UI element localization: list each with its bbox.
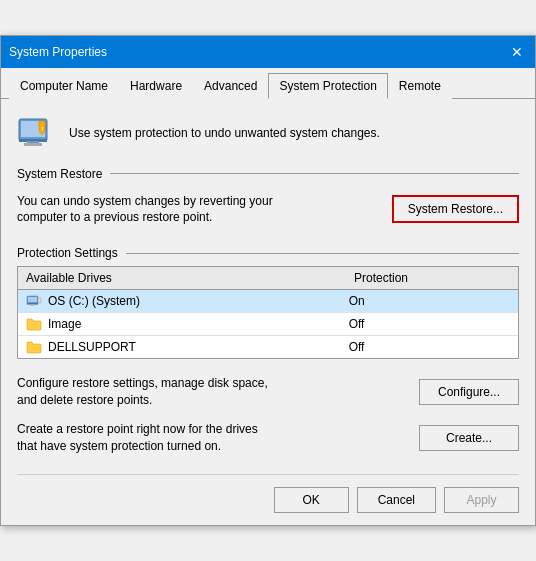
table-row[interactable]: OS (C:) (System) On — [18, 290, 518, 313]
header-section: ! Use system protection to undo unwanted… — [17, 113, 519, 153]
footer-buttons: OK Cancel Apply — [17, 474, 519, 513]
system-restore-description: You can undo system changes by reverting… — [17, 193, 277, 227]
create-button[interactable]: Create... — [419, 425, 519, 451]
table-row[interactable]: DELLSUPPORT Off — [18, 336, 518, 358]
os-drive-icon — [26, 293, 42, 309]
drive-name-os: OS (C:) (System) — [48, 294, 140, 308]
table-row[interactable]: Image Off — [18, 313, 518, 336]
ok-button[interactable]: OK — [274, 487, 349, 513]
protection-status-os: On — [349, 294, 510, 308]
col-header-drives: Available Drives — [18, 267, 346, 289]
tab-advanced[interactable]: Advanced — [193, 73, 268, 99]
protection-status-dellsupport: Off — [349, 340, 510, 354]
system-restore-section: System Restore You can undo system chang… — [17, 167, 519, 233]
window-title: System Properties — [9, 45, 107, 59]
system-restore-label: System Restore — [17, 167, 519, 181]
drive-name-image: Image — [48, 317, 81, 331]
drive-cell-image: Image — [26, 316, 349, 332]
drive-cell-os: OS (C:) (System) — [26, 293, 349, 309]
configure-button[interactable]: Configure... — [419, 379, 519, 405]
apply-button[interactable]: Apply — [444, 487, 519, 513]
svg-rect-9 — [30, 304, 35, 306]
tab-hardware[interactable]: Hardware — [119, 73, 193, 99]
protection-settings-section: Protection Settings Available Drives Pro… — [17, 246, 519, 460]
svg-rect-4 — [24, 143, 42, 146]
col-header-protection: Protection — [346, 267, 518, 289]
drive-cell-dellsupport: DELLSUPPORT — [26, 339, 349, 355]
tab-computer-name[interactable]: Computer Name — [9, 73, 119, 99]
header-text: Use system protection to undo unwanted s… — [69, 126, 380, 140]
protection-status-image: Off — [349, 317, 510, 331]
system-restore-button[interactable]: System Restore... — [392, 195, 519, 223]
svg-rect-10 — [38, 298, 41, 303]
svg-rect-7 — [28, 297, 37, 302]
folder-icon-image — [26, 316, 42, 332]
folder-icon-dellsupport — [26, 339, 42, 355]
configure-row: Configure restore settings, manage disk … — [17, 369, 519, 415]
title-bar: System Properties ✕ — [1, 36, 535, 68]
close-button[interactable]: ✕ — [507, 42, 527, 62]
drive-name-dellsupport: DELLSUPPORT — [48, 340, 136, 354]
table-header: Available Drives Protection — [18, 267, 518, 290]
create-description: Create a restore point right now for the… — [17, 421, 277, 455]
cancel-button[interactable]: Cancel — [357, 487, 436, 513]
system-restore-row: You can undo system changes by reverting… — [17, 187, 519, 233]
protection-settings-label: Protection Settings — [17, 246, 519, 260]
tab-bar: Computer Name Hardware Advanced System P… — [1, 68, 535, 99]
configure-description: Configure restore settings, manage disk … — [17, 375, 277, 409]
tab-remote[interactable]: Remote — [388, 73, 452, 99]
tab-system-protection[interactable]: System Protection — [268, 73, 387, 99]
system-protection-icon: ! — [17, 113, 57, 153]
content-area: ! Use system protection to undo unwanted… — [1, 99, 535, 526]
drives-table: Available Drives Protection OS (C:) (Sy — [17, 266, 519, 359]
system-properties-window: System Properties ✕ Computer Name Hardwa… — [0, 35, 536, 527]
create-row: Create a restore point right now for the… — [17, 415, 519, 461]
